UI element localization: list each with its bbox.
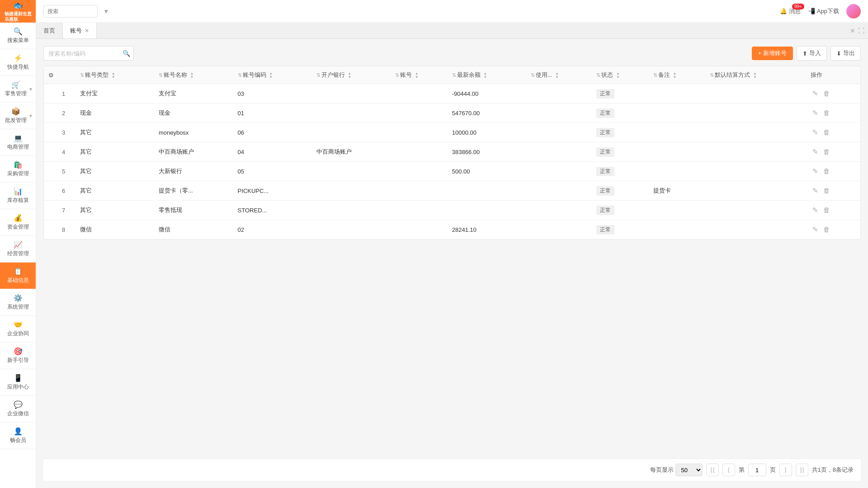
bell-icon: 🔔	[780, 8, 787, 14]
row-latest-balance	[448, 201, 527, 220]
sidebar-item-ops-manage[interactable]: 📈 经营管理	[0, 236, 36, 263]
row-usage	[527, 123, 593, 142]
top-search-input[interactable]	[43, 5, 98, 18]
row-latest-balance: 28241.10	[448, 220, 527, 239]
search-icon[interactable]: 🔍	[123, 50, 130, 57]
row-default-settle	[706, 220, 807, 239]
page-number-input[interactable]	[748, 464, 766, 476]
col-status[interactable]: ⇅状态 ▲▼	[593, 66, 650, 84]
col-index	[58, 66, 76, 84]
row-bank	[313, 181, 392, 201]
tab-account-close[interactable]: ✕	[85, 28, 89, 34]
page-last-button[interactable]: ⟩⟩	[796, 464, 808, 476]
row-bank	[313, 162, 392, 181]
tab-home[interactable]: 首页	[36, 23, 63, 38]
sidebar-item-app-center[interactable]: 📱 应用中心	[0, 369, 36, 396]
row-bank	[313, 84, 392, 103]
col-remark[interactable]: ⇅备注 ▲▼	[650, 66, 707, 84]
gear-icon[interactable]: ⚙	[48, 72, 54, 79]
row-account-type: 其它	[76, 123, 155, 142]
row-latest-balance: -90444.00	[448, 84, 527, 103]
export-button[interactable]: ⬇ 导出	[830, 46, 861, 61]
row-account-no	[392, 84, 448, 103]
row-usage	[527, 84, 593, 103]
tab-account[interactable]: 账号 ✕	[63, 23, 97, 38]
edit-row-button[interactable]: ✎	[811, 205, 820, 215]
edit-row-button[interactable]: ✎	[811, 89, 820, 99]
row-default-settle	[706, 162, 807, 181]
delete-row-button[interactable]: 🗑	[821, 186, 832, 195]
delete-row-button[interactable]: 🗑	[821, 225, 832, 234]
add-account-button[interactable]: + 新增账号	[752, 47, 793, 60]
col-account-code[interactable]: ⇅账号编码 ▲▼	[234, 66, 313, 84]
col-default-settle[interactable]: ⇅默认结算方式 ▲▼	[706, 66, 807, 84]
row-latest-balance: 10000.00	[448, 123, 527, 142]
row-account-name: 微信	[155, 220, 234, 239]
col-account-no[interactable]: ⇅账号 ▲▼	[392, 66, 448, 84]
edit-row-button[interactable]: ✎	[811, 108, 820, 118]
sidebar-item-biz-wechat[interactable]: 💬 企业微信	[0, 396, 36, 422]
row-status: 正常	[593, 142, 650, 162]
delete-row-button[interactable]: 🗑	[821, 166, 832, 176]
row-remark	[650, 201, 707, 220]
sidebar-item-purchase-manage[interactable]: 🛍️ 采购管理	[0, 156, 36, 183]
col-bank[interactable]: ⇅开户银行 ▲▼	[313, 66, 392, 84]
sidebar-item-ecommerce-manage[interactable]: 💻 电商管理	[0, 129, 36, 156]
row-account-code: 02	[234, 220, 313, 239]
logo-icon: 🐟	[13, 0, 23, 10]
biz-wechat-icon: 💬	[14, 400, 23, 409]
edit-row-button[interactable]: ✎	[811, 186, 820, 196]
message-button[interactable]: 🔔 消息 99+	[780, 7, 801, 15]
edit-row-button[interactable]: ✎	[811, 127, 820, 137]
sidebar-item-member[interactable]: 👤 畅会员	[0, 422, 36, 449]
top-search-dropdown-icon[interactable]: ▼	[103, 8, 109, 15]
edit-row-button[interactable]: ✎	[811, 147, 820, 157]
page-next-button[interactable]: ⟩	[779, 464, 792, 476]
import-button[interactable]: ⬆ 导入	[797, 46, 827, 61]
col-account-name[interactable]: ⇅账号名称 ▲▼	[155, 66, 234, 84]
search-input[interactable]	[43, 46, 134, 61]
page-first-button[interactable]: ⟨⟨	[706, 464, 719, 476]
row-bank	[313, 220, 392, 239]
window-close-icon[interactable]: ✕	[850, 27, 855, 34]
sidebar-item-retail-manage[interactable]: 🛒 零售管理 ▼	[0, 76, 36, 103]
sidebar-item-new-guide[interactable]: 🎯 新手引导	[0, 343, 36, 369]
sidebar-item-search-menu[interactable]: 🔍 搜索菜单	[0, 23, 36, 49]
user-avatar[interactable]	[846, 4, 861, 19]
sidebar-item-label: 基础信息	[7, 277, 29, 284]
col-usage[interactable]: ⇅使用... ▲▼	[527, 66, 593, 84]
page-suffix-label: 页	[770, 466, 776, 474]
col-latest-balance[interactable]: ⇅最新余额 ▲▼	[448, 66, 527, 84]
row-usage	[527, 220, 593, 239]
sidebar-item-label: 采购管理	[7, 170, 29, 178]
window-maximize-icon[interactable]: ⛶	[858, 27, 864, 34]
row-account-type: 其它	[76, 162, 155, 181]
sidebar-item-biz-agreement[interactable]: 🤝 企业协同	[0, 316, 36, 343]
delete-row-button[interactable]: 🗑	[821, 89, 832, 98]
sidebar: 🐟 畅捷通财生意 乐惠版 🔍 搜索菜单 ⚡ 快捷导航 🛒 零售管理 ▼ 📦 批发…	[0, 0, 36, 488]
edit-row-button[interactable]: ✎	[811, 166, 820, 176]
delete-row-button[interactable]: 🗑	[821, 108, 832, 117]
row-index: 4	[58, 142, 76, 162]
delete-row-button[interactable]: 🗑	[821, 147, 832, 156]
app-download-button[interactable]: 📲 App下载	[808, 7, 839, 15]
sidebar-item-quick-nav[interactable]: ⚡ 快捷导航	[0, 49, 36, 76]
row-account-no	[392, 220, 448, 239]
sidebar-item-fund-manage[interactable]: 💰 资金管理	[0, 209, 36, 236]
page-prev-button[interactable]: ⟨	[722, 464, 735, 476]
delete-row-button[interactable]: 🗑	[821, 127, 832, 137]
edit-row-button[interactable]: ✎	[811, 225, 820, 235]
sidebar-item-wholesale-manage[interactable]: 📦 批发管理 ▼	[0, 103, 36, 129]
col-account-type[interactable]: ⇅账号类型 ▲▼	[76, 66, 155, 84]
delete-row-button[interactable]: 🗑	[821, 205, 832, 215]
sidebar-item-basic-info[interactable]: 📋 基础信息	[0, 263, 36, 289]
sidebar-item-inventory-calc[interactable]: 📊 库存核算	[0, 183, 36, 209]
per-page-select[interactable]: 50 20 100	[675, 464, 703, 476]
ops-manage-icon: 📈	[14, 240, 23, 249]
per-page-label: 每页显示	[650, 466, 674, 474]
row-account-name: 提货卡（零...	[155, 181, 234, 201]
table-row: 8 微信 微信 02 28241.10 正常 ✎ 🗑	[44, 220, 860, 239]
sidebar-item-label: 批发管理	[5, 117, 27, 124]
sidebar-item-label: 经营管理	[7, 250, 29, 258]
sidebar-item-system-manage[interactable]: ⚙️ 系统管理	[0, 289, 36, 316]
